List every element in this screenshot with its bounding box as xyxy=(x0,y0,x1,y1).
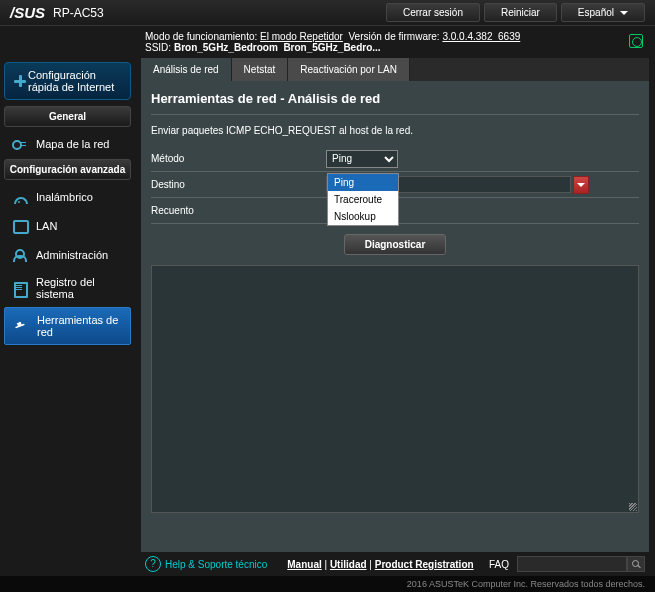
panel-description: Enviar paquetes ICMP ECHO_REQUEST al hos… xyxy=(151,115,639,146)
restart-button[interactable]: Reiniciar xyxy=(484,3,557,22)
tab-netstat[interactable]: Netstat xyxy=(232,58,289,81)
admin-icon xyxy=(10,247,30,263)
wifi-icon xyxy=(10,189,30,205)
dropdown-option-traceroute[interactable]: Traceroute xyxy=(328,191,398,208)
language-selector[interactable]: Español xyxy=(561,3,645,22)
tab-network-analysis[interactable]: Análisis de red xyxy=(141,58,232,81)
method-dropdown-menu: Ping Traceroute Nslookup xyxy=(327,173,399,226)
dropdown-option-ping[interactable]: Ping xyxy=(328,174,398,191)
sidebar-item-lan[interactable]: LAN xyxy=(4,212,131,240)
footer-links: Manual | Utilidad | Product Registration xyxy=(287,559,473,570)
broadcast-icon[interactable] xyxy=(629,34,643,48)
utility-link[interactable]: Utilidad xyxy=(330,559,367,570)
sidebar-item-admin[interactable]: Administración xyxy=(4,241,131,269)
diagnose-button[interactable]: Diagnosticar xyxy=(344,234,447,255)
lan-icon xyxy=(10,218,30,234)
brand-logo: /SUS xyxy=(10,4,45,21)
sidebar-item-wireless[interactable]: Inalámbrico xyxy=(4,183,131,211)
resize-handle[interactable] xyxy=(629,503,637,511)
tools-icon xyxy=(11,318,31,334)
network-map-icon xyxy=(10,136,30,152)
sidebar-item-network-map[interactable]: Mapa de la red xyxy=(4,130,131,158)
panel-title: Herramientas de red - Análisis de red xyxy=(151,91,639,115)
output-textarea[interactable] xyxy=(151,265,639,513)
help-link[interactable]: Help & Soporte técnico xyxy=(145,556,267,572)
sidebar-item-syslog[interactable]: Registro del sistema xyxy=(4,270,131,306)
logout-button[interactable]: Cerrar sesión xyxy=(386,3,480,22)
dropdown-option-nslookup[interactable]: Nslookup xyxy=(328,208,398,225)
count-label: Recuento xyxy=(151,205,326,216)
log-icon xyxy=(10,280,30,296)
tab-wol[interactable]: Reactivación por LAN xyxy=(288,58,410,81)
section-advanced: Configuración avanzada xyxy=(4,159,131,180)
method-label: Método xyxy=(151,153,326,164)
quick-setup-button[interactable]: Configuración rápida de Internet xyxy=(4,62,131,100)
mode-link[interactable]: El modo Repetidor xyxy=(260,31,343,42)
method-select[interactable]: Ping xyxy=(326,150,398,168)
sidebar-item-network-tools[interactable]: Herramientas de red xyxy=(4,307,131,345)
status-bar: Modo de funcionamiento: El modo Repetido… xyxy=(145,31,645,53)
search-input[interactable] xyxy=(517,556,627,572)
wand-icon xyxy=(11,72,22,90)
registration-link[interactable]: Product Registration xyxy=(375,559,474,570)
chevron-down-icon xyxy=(620,11,628,19)
manual-link[interactable]: Manual xyxy=(287,559,321,570)
firmware-link[interactable]: 3.0.0.4.382_6639 xyxy=(442,31,520,42)
copyright: 2016 ASUSTeK Computer Inc. Reservados to… xyxy=(0,576,655,592)
destination-dropdown-button[interactable] xyxy=(573,176,589,194)
search-button[interactable] xyxy=(627,556,645,572)
section-general: General xyxy=(4,106,131,127)
model-name: RP-AC53 xyxy=(53,6,104,20)
destination-label: Destino xyxy=(151,179,326,190)
faq-link[interactable]: FAQ xyxy=(489,559,509,570)
